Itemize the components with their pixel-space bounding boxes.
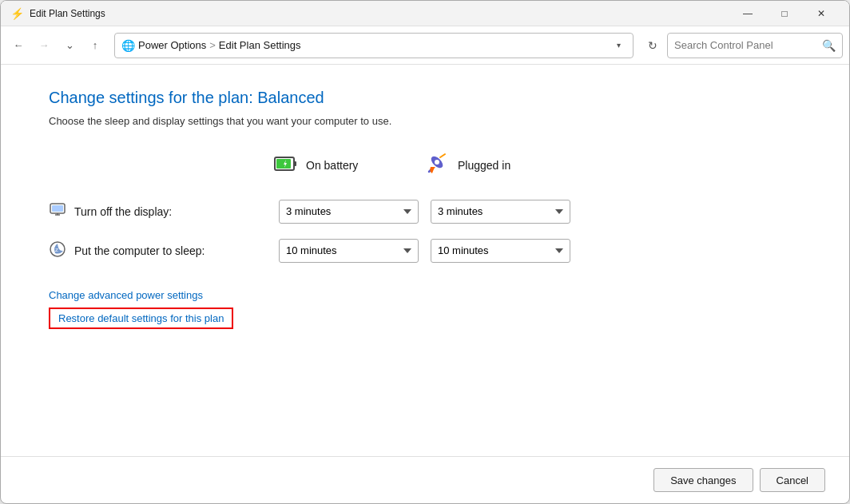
sleep-icon: z (49, 240, 66, 260)
svg-rect-2 (276, 159, 291, 169)
sleep-plugged-select[interactable]: 10 minutes 1 minute 2 minutes 3 minutes … (431, 239, 570, 263)
col-battery-header: On battery (272, 151, 424, 192)
nav-bar: ← → ⌄ ↑ 🌐 Power Options > Edit Plan Sett… (1, 26, 849, 65)
sleep-battery-select[interactable]: 10 minutes 1 minute 2 minutes 3 minutes … (279, 239, 419, 263)
page-title: Change settings for the plan: Balanced (49, 89, 801, 107)
title-bar-controls: — □ ✕ (729, 1, 840, 26)
forward-button[interactable]: → (33, 34, 55, 57)
advanced-power-settings-link[interactable]: Change advanced power settings (49, 289, 801, 301)
display-label-cell: Turn off the display: (49, 192, 272, 231)
cancel-button[interactable]: Cancel (760, 468, 825, 492)
plugged-in-label: Plugged in (458, 159, 510, 172)
minimize-button[interactable]: — (729, 1, 766, 26)
breadcrumb-power-options[interactable]: Power Options (138, 39, 206, 51)
back-button[interactable]: ← (7, 34, 30, 57)
plug-icon (424, 151, 450, 179)
search-input[interactable] (674, 39, 822, 51)
svg-rect-11 (52, 205, 63, 212)
display-battery-cell: 3 minutes 1 minute 2 minutes 5 minutes 1… (272, 193, 424, 230)
address-icon: 🌐 (121, 39, 135, 52)
save-changes-button[interactable]: Save changes (653, 468, 753, 492)
footer: Save changes Cancel (1, 456, 849, 503)
search-bar: 🔍 (667, 33, 843, 58)
display-label: Turn off the display: (74, 205, 172, 218)
battery-icon (272, 151, 298, 179)
close-button[interactable]: ✕ (803, 1, 840, 26)
svg-rect-1 (294, 161, 296, 166)
title-bar: ⚡ Edit Plan Settings — □ ✕ (1, 1, 849, 26)
display-plugged-cell: 3 minutes 1 minute 2 minutes 5 minutes 1… (424, 193, 576, 230)
sleep-plugged-cell: 10 minutes 1 minute 2 minutes 3 minutes … (424, 232, 576, 269)
display-icon (49, 201, 66, 221)
breadcrumb-separator: > (209, 39, 216, 51)
up-button[interactable]: ↑ (84, 34, 106, 57)
links-section: Change advanced power settings Restore d… (49, 289, 801, 335)
svg-line-7 (440, 154, 445, 157)
display-plugged-select[interactable]: 3 minutes 1 minute 2 minutes 5 minutes 1… (431, 200, 570, 224)
main-content: Change settings for the plan: Balanced C… (1, 65, 849, 456)
page-subtitle: Choose the sleep and display settings th… (49, 115, 801, 127)
col-plugged-header: Plugged in (424, 151, 576, 192)
dropdown-history-button[interactable]: ⌄ (58, 34, 81, 57)
address-bar: 🌐 Power Options > Edit Plan Settings ▾ (114, 33, 634, 58)
address-dropdown-button[interactable]: ▾ (610, 38, 626, 54)
svg-point-5 (435, 160, 439, 165)
sleep-battery-cell: 10 minutes 1 minute 2 minutes 3 minutes … (272, 232, 424, 269)
app-icon: ⚡ (10, 7, 23, 20)
maximize-button[interactable]: □ (766, 1, 803, 26)
settings-grid: On battery Plugged in (49, 151, 801, 270)
restore-defaults-link[interactable]: Restore default settings for this plan (49, 308, 233, 329)
sleep-label: Put the computer to sleep: (74, 244, 205, 257)
breadcrumb-current: Edit Plan Settings (219, 39, 301, 51)
on-battery-label: On battery (306, 159, 358, 172)
display-battery-select[interactable]: 3 minutes 1 minute 2 minutes 5 minutes 1… (279, 200, 419, 224)
breadcrumb: Power Options > Edit Plan Settings (138, 39, 607, 51)
window-title: Edit Plan Settings (30, 8, 729, 19)
search-icon-button[interactable]: 🔍 (822, 39, 836, 52)
sleep-label-cell: z Put the computer to sleep: (49, 231, 272, 270)
col-empty-header (49, 165, 272, 178)
refresh-button[interactable]: ↻ (641, 34, 664, 57)
svg-text:z: z (55, 246, 58, 253)
main-window: ⚡ Edit Plan Settings — □ ✕ ← → ⌄ ↑ 🌐 Pow… (0, 0, 850, 504)
